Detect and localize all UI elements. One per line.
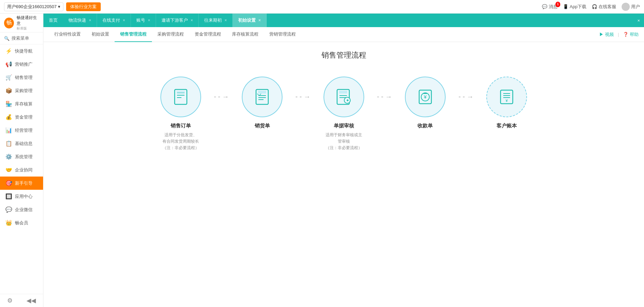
tab-account-close[interactable]: × xyxy=(148,18,150,23)
svg-rect-6 xyxy=(258,91,266,94)
sidebar-item-marketing[interactable]: 📢 营销推广 xyxy=(0,58,43,71)
tab-init-settings-close[interactable]: × xyxy=(258,18,261,23)
headset-icon: 🎧 xyxy=(592,4,597,9)
sales-order-label: 销售订单 xyxy=(171,123,191,129)
sidebar-label-inventory: 库存核算 xyxy=(15,101,33,107)
flow-step-ledger[interactable]: ¥ 客户账本 xyxy=(476,77,537,132)
online-service-button[interactable]: 🎧 在线客服 xyxy=(592,4,616,10)
sidebar-item-basic[interactable]: 📋 基础信息 xyxy=(0,137,43,150)
sidebar-item-quick-nav[interactable]: ⚡ 快捷导航 xyxy=(0,44,43,58)
user-selector[interactable]: 用户690企业1660120507 ▾ xyxy=(4,2,63,11)
tab-account[interactable]: 账号 × xyxy=(131,14,156,27)
help-link[interactable]: ❓ 帮助 xyxy=(623,32,639,38)
audit-desc: 适用于财务审核或主管审核（注：非必要流程） xyxy=(326,132,362,151)
tab-home[interactable]: 首页 xyxy=(43,14,63,27)
user-label: 用户690企业1660120507 xyxy=(7,4,57,10)
sidebar-item-inventory[interactable]: 🏪 库存核算 xyxy=(0,97,43,110)
trial-button[interactable]: 体验行业方案 xyxy=(66,2,101,11)
subtab-sales-flow-label: 销售管理流程 xyxy=(120,31,147,37)
sidebar-item-purchase[interactable]: 📦 采购管理 xyxy=(0,84,43,97)
download-icon: 📱 xyxy=(563,4,568,9)
subtab-inventory-flow[interactable]: 库存核算流程 xyxy=(227,27,264,42)
logo-text: 畅捷通好生意 xyxy=(17,15,39,26)
subtab-marketing-flow[interactable]: 营销管理流程 xyxy=(264,27,301,42)
flow-step-invoice[interactable]: 销货单 xyxy=(232,77,293,132)
audit-label: 单据审核 xyxy=(334,123,354,129)
tab-invite-label: 邀请下游客户 xyxy=(161,17,188,23)
settings-icon-btn[interactable]: ⚙ xyxy=(7,297,13,304)
page-title: 销售管理流程 xyxy=(57,50,630,60)
subtab-init[interactable]: 初始设置 xyxy=(86,27,115,42)
sidebar-item-ops[interactable]: 📊 经营管理 xyxy=(0,124,43,137)
sidebar-label-collab: 企业协同 xyxy=(15,167,33,173)
video-link[interactable]: ▶ 视频 xyxy=(599,32,614,38)
arrow-2: - - → xyxy=(295,77,310,101)
sidebar-item-guide[interactable]: 🎯 新手引导 xyxy=(0,177,43,190)
online-service-label: 在线客服 xyxy=(599,4,616,10)
tab-invite-close[interactable]: × xyxy=(191,18,193,23)
svg-text:¥: ¥ xyxy=(505,99,508,103)
tab-payment[interactable]: 在线支付 × xyxy=(97,14,131,27)
sidebar-label-sales: 销售管理 xyxy=(15,75,33,81)
sidebar-bottom: ⚙ ◀◀ xyxy=(0,294,43,307)
user-avatar-button[interactable]: 用户 xyxy=(622,3,640,11)
sidebar-item-wechat[interactable]: 💬 企业微信 xyxy=(0,203,43,216)
subtab-finance-flow-label: 资金管理流程 xyxy=(195,31,221,37)
app-download-button[interactable]: 📱 App下载 xyxy=(563,4,586,10)
search-menu[interactable]: 🔍 搜索菜单 xyxy=(0,33,43,44)
tab-period[interactable]: 往来期初 × xyxy=(199,14,233,27)
subtab-marketing-flow-label: 营销管理流程 xyxy=(269,31,296,37)
arrow-1: - - → xyxy=(214,77,229,101)
sidebar-label-marketing: 营销推广 xyxy=(15,61,33,67)
sidebar-label-guide: 新手引导 xyxy=(15,180,33,186)
arrow-3: - - → xyxy=(377,77,392,101)
tab-payment-close[interactable]: × xyxy=(123,18,125,23)
svg-text:¥: ¥ xyxy=(424,94,427,100)
search-icon: 🔍 xyxy=(4,36,9,41)
subtab-purchase-flow[interactable]: 采购管理流程 xyxy=(152,27,189,42)
tab-invite[interactable]: 邀请下游客户 × xyxy=(156,14,199,27)
subtab-finance-flow[interactable]: 资金管理流程 xyxy=(189,27,227,42)
home-label: 首页 xyxy=(49,17,58,23)
sidebar-label-basic: 基础信息 xyxy=(15,141,33,147)
close-all-tabs-btn[interactable]: × xyxy=(633,18,644,23)
basic-icon: 📋 xyxy=(5,140,12,147)
sidebar-label-ops: 经营管理 xyxy=(15,127,33,134)
message-button[interactable]: 💬 消息 6 xyxy=(542,4,558,10)
flow-circle-audit xyxy=(324,77,364,117)
sidebar-label-wechat: 企业微信 xyxy=(15,207,33,213)
sidebar-label-purchase: 采购管理 xyxy=(15,88,33,94)
subtab-sales-flow[interactable]: 销售管理流程 xyxy=(115,27,152,42)
username-label: 用户 xyxy=(631,4,640,10)
collab-icon: 🤝 xyxy=(5,167,12,173)
subtab-purchase-flow-label: 采购管理流程 xyxy=(157,31,184,37)
sidebar-item-finance[interactable]: 💰 资金管理 xyxy=(0,110,43,124)
quick-nav-icon: ⚡ xyxy=(5,48,12,54)
message-icon: 💬 xyxy=(542,4,547,9)
guide-icon: 🎯 xyxy=(5,180,12,186)
appcenter-icon: 🔲 xyxy=(5,193,12,200)
tab-logistics[interactable]: 物流快递 × xyxy=(63,14,97,27)
sidebar-item-member[interactable]: 👑 畅会员 xyxy=(0,216,43,229)
sidebar-item-system[interactable]: ⚙️ 系统管理 xyxy=(0,150,43,163)
arrow-4: - - → xyxy=(458,77,473,101)
flow-step-collection[interactable]: ¥ 收款单 xyxy=(395,77,456,132)
subtab-inventory-flow-label: 库存核算流程 xyxy=(232,31,258,37)
flow-step-audit[interactable]: 单据审核 适用于财务审核或主管审核（注：非必要流程） xyxy=(313,77,374,151)
page-content: 销售管理流程 xyxy=(43,42,644,307)
sidebar-item-collab[interactable]: 🤝 企业协同 xyxy=(0,163,43,177)
sidebar-label-system: 系统管理 xyxy=(15,154,33,160)
sidebar-item-sales[interactable]: 🛒 销售管理 xyxy=(0,71,43,84)
tab-init-settings[interactable]: 初始设置 × xyxy=(233,14,267,27)
tab-logistics-close[interactable]: × xyxy=(89,18,91,23)
marketing-icon: 📢 xyxy=(5,61,12,67)
flow-step-sales-order[interactable]: 销售订单 适用于分批发货、有合同发货周期较长（注：非必要流程） xyxy=(150,77,211,151)
video-icon: ▶ xyxy=(599,32,604,37)
collapse-sidebar-btn[interactable]: ◀◀ xyxy=(26,297,36,304)
subtab-industry[interactable]: 行业特性设置 xyxy=(49,27,86,42)
sidebar-item-appcenter[interactable]: 🔲 应用中心 xyxy=(0,190,43,203)
inventory-icon: 🏪 xyxy=(5,101,12,107)
member-icon: 👑 xyxy=(5,220,12,226)
tab-period-close[interactable]: × xyxy=(225,18,227,23)
sidebar-label-member: 畅会员 xyxy=(15,220,28,226)
